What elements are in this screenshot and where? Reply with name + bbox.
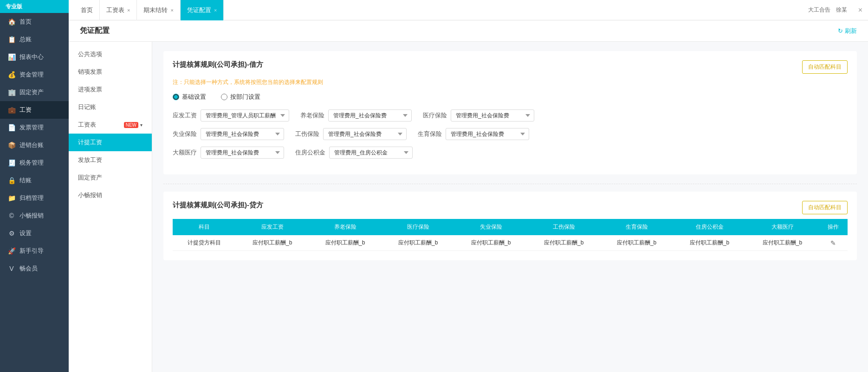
leftnav-item-journal[interactable]: 日记账 [69, 98, 152, 116]
form-item-major-medical: 大额医疗 管理费用_社会保险费 [173, 147, 284, 159]
radio-dept-input[interactable] [221, 94, 227, 100]
leftnav-item-public[interactable]: 公共选项 [69, 45, 152, 63]
sidebar-item-expense[interactable]: © 小畅报销 [0, 207, 69, 224]
section1-title: 计提核算规则(公司承担)-借方 [173, 60, 263, 69]
debit-form-row-2: 失业保险 管理费用_社会保险费 工伤保险 管理费用_社会保险费 生育保险 [173, 128, 848, 140]
sidebar-item-finance[interactable]: 💰 资金管理 [0, 66, 69, 83]
section-divider [163, 184, 857, 184]
sidebar-item-purchase-sales[interactable]: 📦 进销台账 [0, 136, 69, 154]
gross-salary-select[interactable]: 管理费用_管理人员职工薪酬 [201, 109, 289, 122]
major-medical-select[interactable]: 管理费用_社会保险费 [201, 147, 284, 159]
debit-form-row-1: 应发工资 管理费用_管理人员职工薪酬 养老保险 管理费用_社会保险费 医疗保险 [173, 109, 848, 122]
invoice-icon: 📄 [7, 124, 16, 131]
table-row: 计提贷方科目 应付职工薪酬_b 应付职工薪酬_b 应付职工薪酬_b 应付职工薪酬… [173, 235, 848, 251]
tab-payroll[interactable]: 工资表 × [100, 0, 137, 20]
maternity-label: 生育保险 [418, 130, 442, 138]
window-close-button[interactable]: × [858, 6, 862, 14]
unemployment-select[interactable]: 管理费用_社会保险费 [201, 128, 284, 140]
major-medical-label: 大额医疗 [173, 148, 197, 157]
sidebar-item-vip[interactable]: V 畅会员 [0, 260, 69, 277]
th-pension: 养老保险 [309, 219, 382, 235]
arrow-icon: ▾ [140, 122, 143, 128]
top-bar-right: 大工合告 徐某 × [808, 6, 862, 14]
leftnav-item-sales-invoice[interactable]: 销项发票 [69, 63, 152, 81]
sidebar-item-assets[interactable]: 🏢 固定资产 [0, 83, 69, 101]
guide-icon: 🚀 [7, 247, 16, 255]
refresh-button[interactable]: ↻ 刷新 [838, 27, 857, 35]
assets-icon: 🏢 [7, 89, 16, 96]
content-wrapper: 公共选项 销项发票 进项发票 日记账 工资表 NEW ▾ 计提工资 [69, 42, 868, 372]
tab-payroll-close[interactable]: × [127, 7, 130, 13]
form-item-medical: 医疗保险 管理费用_社会保险费 [423, 109, 534, 122]
tab-period-close[interactable]: 期末结转 × [137, 0, 180, 20]
tab-home[interactable]: 首页 [74, 0, 100, 20]
section1-note: 注：只能选择一种方式，系统将按照您当前的选择来配置规则 [173, 78, 848, 86]
form-item-maternity: 生育保险 管理费用_社会保险费 [418, 128, 529, 140]
expense-icon: © [7, 212, 16, 219]
td-work-injury: 应付职工薪酬_b [527, 235, 600, 251]
section-debit: 计提核算规则(公司承担)-借方 自动匹配科目 注：只能选择一种方式，系统将按照您… [163, 51, 857, 174]
salary-icon: 💼 [7, 106, 16, 114]
form-item-gross-salary: 应发工资 管理费用_管理人员职工薪酬 [173, 109, 289, 122]
housing-fund-select[interactable]: 管理费用_住房公积金 [329, 147, 413, 159]
form-item-pension: 养老保险 管理费用_社会保险费 [300, 109, 412, 122]
maternity-select[interactable]: 管理费用_社会保险费 [446, 128, 529, 140]
brand-label: 专业版 [0, 0, 69, 13]
edit-icon[interactable]: ✎ [830, 239, 836, 247]
tab-voucher-close[interactable]: × [214, 7, 217, 13]
section-credit: 计提核算规则(公司承担)-贷方 自动匹配科目 科目 应发工资 养老保险 医疗保险… [163, 192, 857, 260]
new-badge: NEW [124, 122, 138, 128]
auto-match-credit-button[interactable]: 自动匹配科目 [802, 201, 848, 214]
th-work-injury: 工伤保险 [527, 219, 600, 235]
sidebar-item-tax[interactable]: 🧾 税务管理 [0, 154, 69, 172]
th-medical: 医疗保险 [382, 219, 454, 235]
refresh-icon: ↻ [838, 27, 843, 34]
leftnav-item-accrual-salary[interactable]: 计提工资 [69, 134, 152, 151]
sidebar-item-guide[interactable]: 🚀 新手引导 [0, 242, 69, 260]
main-area: 首页 工资表 × 期末结转 × 凭证配置 × 大工合告 徐某 × 凭证配置 ↻ … [69, 0, 868, 372]
enterprise-label: 大工合告 [808, 6, 830, 14]
reports-icon: 📊 [7, 53, 16, 61]
work-injury-select[interactable]: 管理费用_社会保险费 [323, 128, 407, 140]
pension-select[interactable]: 管理费用_社会保险费 [328, 109, 412, 122]
user-label: 徐某 [836, 6, 847, 14]
leftnav-item-fixed-assets[interactable]: 固定资产 [69, 169, 152, 186]
radio-basic-input[interactable] [173, 94, 179, 100]
td-subject: 计提贷方科目 [173, 235, 236, 251]
section1-header: 计提核算规则(公司承担)-借方 自动匹配科目 [173, 60, 848, 74]
settings-icon: ⚙ [7, 230, 16, 237]
th-subject: 科目 [173, 219, 236, 235]
radio-department[interactable]: 按部门设置 [221, 93, 260, 101]
auto-match-debit-button[interactable]: 自动匹配科目 [802, 60, 848, 74]
sidebar-item-invoice[interactable]: 📄 发票管理 [0, 119, 69, 136]
credit-table: 科目 应发工资 养老保险 医疗保险 失业保险 工伤保险 生育保险 住房公积金 大… [173, 219, 848, 251]
sidebar-item-salary[interactable]: 💼 工资 [0, 101, 69, 119]
leftnav-item-purchase-invoice[interactable]: 进项发票 [69, 81, 152, 98]
settlement-icon: 🔒 [7, 177, 16, 184]
leftnav-item-payroll-table[interactable]: 工资表 NEW ▾ [69, 116, 152, 134]
medical-label: 医疗保险 [423, 111, 447, 120]
tab-period-close-btn[interactable]: × [170, 7, 173, 13]
unemployment-label: 失业保险 [173, 130, 197, 138]
th-housing-fund: 住房公积金 [673, 219, 746, 235]
leftnav-item-pay-salary[interactable]: 发放工资 [69, 151, 152, 169]
medical-select[interactable]: 管理费用_社会保险费 [451, 109, 534, 122]
form-item-work-injury: 工伤保险 管理费用_社会保险费 [295, 128, 407, 140]
tab-voucher-config[interactable]: 凭证配置 × [181, 0, 224, 20]
sidebar-item-archive[interactable]: 📁 归档管理 [0, 189, 69, 207]
sidebar-item-home[interactable]: 🏠 首页 [0, 13, 69, 31]
page-header: 凭证配置 ↻ 刷新 [69, 20, 868, 42]
sidebar-item-reports[interactable]: 📊 报表中心 [0, 48, 69, 66]
radio-basic[interactable]: 基础设置 [173, 93, 206, 101]
sidebar-item-settlement[interactable]: 🔒 结账 [0, 172, 69, 189]
pension-label: 养老保险 [300, 111, 324, 120]
td-edit-action[interactable]: ✎ [819, 235, 848, 251]
td-unemployment: 应付职工薪酬_b [454, 235, 527, 251]
sidebar-item-general-ledger[interactable]: 📋 总账 [0, 31, 69, 48]
page-title: 凭证配置 [80, 26, 110, 36]
credit-table-head: 科目 应发工资 养老保险 医疗保险 失业保险 工伤保险 生育保险 住房公积金 大… [173, 219, 848, 235]
sidebar-item-settings[interactable]: ⚙ 设置 [0, 224, 69, 242]
td-gross-salary: 应付职工薪酬_b [236, 235, 309, 251]
td-major-medical: 应付职工薪酬_b [746, 235, 819, 251]
leftnav-item-expense-report[interactable]: 小畅报销 [69, 186, 152, 204]
